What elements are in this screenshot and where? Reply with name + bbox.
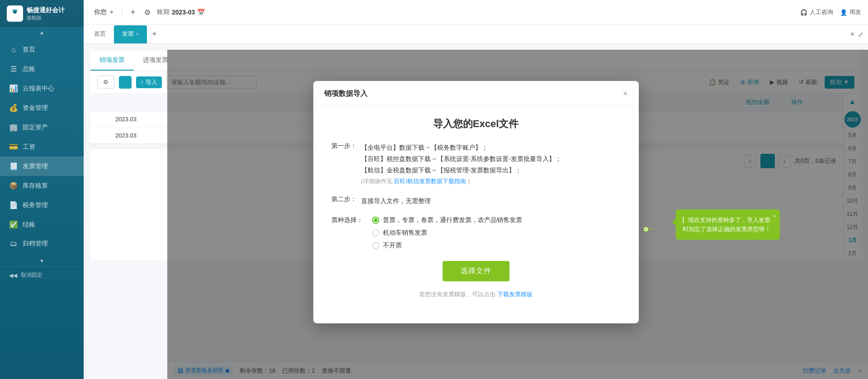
modal-title: 销项数据导入 [324, 89, 368, 98]
sidebar-item-assets[interactable]: 🏢 固定资产 [0, 118, 84, 137]
sidebar-item-archive[interactable]: 🗂 归档管理 [0, 234, 84, 253]
funds-icon: 💰 [9, 104, 18, 112]
chevron-down-icon: ▼ [109, 9, 114, 15]
consult-button[interactable]: 🎧 人工咨询 [800, 8, 833, 16]
settings-button[interactable]: ⚙ [140, 5, 155, 19]
tooltip-dot [644, 227, 648, 231]
modal-body: 导入您的Excel文件 第一步： 【全电平台】数据下载→【税务数字账户】； 【百… [313, 105, 639, 309]
sidebar-item-invoice[interactable]: 🧾 发票管理 [0, 156, 84, 176]
sidebar-item-funds[interactable]: 💰 资金管理 [0, 98, 84, 118]
ledger-icon: ☰ [9, 65, 18, 73]
speaker-icon: ◀◀ [9, 272, 17, 279]
user-menu[interactable]: 👤 用友 [840, 8, 861, 16]
step1-content: 【全电平台】数据下载→【税务数字账户】； 【百旺】税控盘数据下载→【系统设置-系… [361, 142, 561, 186]
settlement-icon: ✅ [9, 220, 18, 229]
import-btn[interactable]: ↑ 导入 [136, 76, 162, 88]
topbar-divider-1 [122, 8, 122, 17]
assets-icon: 🏢 [9, 123, 18, 132]
modal-close-btn[interactable]: × [623, 90, 628, 98]
topbar-right: 🎧 人工咨询 👤 用友 [800, 8, 861, 16]
square-btn[interactable] [119, 76, 132, 89]
download-template-link[interactable]: 下载发票模版 [497, 291, 533, 298]
sidebar: 畅捷通好会计 旗舰版 ▲ ⌂ 首页 ☰ 总账 📊 云报表中心 💰 资金管理 🏢 … [0, 0, 84, 379]
sidebar-item-home[interactable]: ⌂ 首页 [0, 40, 84, 59]
tab-invoice[interactable]: 发票 × [114, 25, 147, 43]
tooltip-close-btn[interactable]: × [773, 212, 776, 221]
radio-checked-circle [372, 217, 379, 224]
add-button[interactable]: + [126, 5, 140, 19]
modal-header: 销项数据导入 × [313, 81, 639, 105]
svg-rect-1 [12, 9, 18, 11]
sidebar-item-settlement[interactable]: ✅ 结账 [0, 215, 84, 234]
tab-bar: 首页 发票 × + × ⤢ [84, 25, 868, 44]
step2: 第二步： 直接导入文件，无需整理 [331, 195, 621, 207]
calendar-icon: 📅 [197, 9, 205, 16]
account-name: 你您 [94, 8, 107, 16]
radio-group: 普票，专票，卷票，通行费发票，农产品销售发票 机动车销售发票 不开票 [368, 216, 522, 250]
sidebar-item-ledger[interactable]: ☰ 总账 [0, 59, 84, 79]
import-icon: ↑ [141, 79, 144, 85]
period-display: 账期 2023-03 📅 [157, 8, 205, 16]
sidebar-logo: 畅捷通好会计 旗舰版 [0, 0, 84, 27]
modal-footer: 若您没有发票模版，可以点击 下载发票模版 [331, 290, 621, 298]
import-modal: 销项数据导入 × 导入您的Excel文件 第一步： 【全电平台】数据下载→【税务… [313, 81, 639, 323]
sidebar-cancel-fixed[interactable]: ◀◀ 取消固定 [0, 266, 84, 284]
sidebar-item-inventory[interactable]: 📦 库存核算 [0, 176, 84, 195]
sidebar-nav: ⌂ 首页 ☰ 总账 📊 云报表中心 💰 资金管理 🏢 固定资产 💳 工资 🧾 发… [0, 38, 84, 256]
modal-main-title: 导入您的Excel文件 [331, 117, 621, 130]
step2-label: 第二步： [331, 195, 357, 204]
radio-empty-circle-2 [372, 242, 379, 249]
select-row: 票种选择： 普票，专票，卷票，通行费发票，农产品销售发票 机动车销售发票 [331, 216, 621, 250]
inventory-icon: 📦 [9, 181, 18, 190]
step1-note: (详细操作见 百旺/航信发票数据下载指南 ) [361, 176, 561, 186]
sidebar-item-payroll[interactable]: 💳 工资 [0, 137, 84, 156]
sidebar-scroll-down[interactable]: ▼ [0, 256, 84, 266]
tab-home[interactable]: 首页 [86, 25, 114, 43]
tab-close-invoice[interactable]: × [136, 31, 139, 37]
sidebar-item-tax[interactable]: 📄 税务管理 [0, 195, 84, 215]
tooltip-connector [648, 229, 655, 229]
select-label: 票种选择： [331, 216, 363, 224]
download-guide-link[interactable]: 百旺/航信发票数据下载指南 [394, 178, 466, 185]
tab-sales-invoice[interactable]: 销项发票 [90, 51, 134, 71]
window-maximize-icon[interactable]: ⤢ [858, 31, 863, 38]
logo-text: 畅捷通好会计 旗舰版 [27, 6, 65, 21]
settings-toolbar-btn[interactable]: ⚙ [97, 76, 114, 89]
select-file-section: 选择文件 [331, 261, 621, 281]
radio-no-invoice[interactable]: 不开票 [372, 242, 522, 250]
window-close-icon[interactable]: × [850, 30, 854, 38]
tooltip-line [644, 227, 655, 231]
ticket-type-section: 票种选择： 普票，专票，卷票，通行费发票，农产品销售发票 机动车销售发票 [331, 216, 621, 250]
payroll-icon: 💳 [9, 142, 18, 151]
archive-icon: 🗂 [9, 240, 18, 248]
tab-add-button[interactable]: + [147, 27, 161, 42]
radio-general[interactable]: 普票，专票，卷票，通行费发票，农产品销售发票 [372, 216, 522, 224]
home-icon: ⌂ [9, 46, 18, 54]
step1-label: 第一步： [331, 142, 357, 150]
invoice-icon: 🧾 [9, 162, 18, 171]
gear-icon: ⚙ [103, 79, 108, 85]
sidebar-item-reports[interactable]: 📊 云报表中心 [0, 79, 84, 98]
account-selector[interactable]: 你您 ▼ [90, 6, 118, 19]
tooltip-text: 现在支持的票种多了，导入发票时别忘了选择正确的发票类型呀！ [683, 217, 771, 233]
tax-icon: 📄 [9, 201, 18, 209]
radio-empty-circle-1 [372, 229, 379, 237]
main-content: 首页 发票 × + × ⤢ 销项发票 进项发票 ⚙ [84, 25, 868, 379]
headset-icon: 🎧 [800, 9, 807, 16]
step2-content: 直接导入文件，无需整理 [361, 195, 431, 207]
tooltip-balloon: × | 现在支持的票种多了，导入发票时别忘了选择正确的发票类型呀！ [676, 209, 780, 240]
logo-icon [7, 5, 23, 22]
radio-inner [374, 218, 377, 222]
radio-car[interactable]: 机动车销售发票 [372, 229, 522, 237]
step1: 第一步： 【全电平台】数据下载→【税务数字账户】； 【百旺】税控盘数据下载→【系… [331, 142, 621, 186]
topbar: 你您 ▼ + ⚙ 账期 2023-03 📅 🎧 人工咨询 👤 用友 [84, 0, 868, 25]
reports-icon: 📊 [9, 84, 18, 93]
user-icon: 👤 [840, 9, 847, 16]
select-file-btn[interactable]: 选择文件 [443, 261, 509, 281]
sidebar-scroll-up[interactable]: ▲ [0, 27, 84, 38]
